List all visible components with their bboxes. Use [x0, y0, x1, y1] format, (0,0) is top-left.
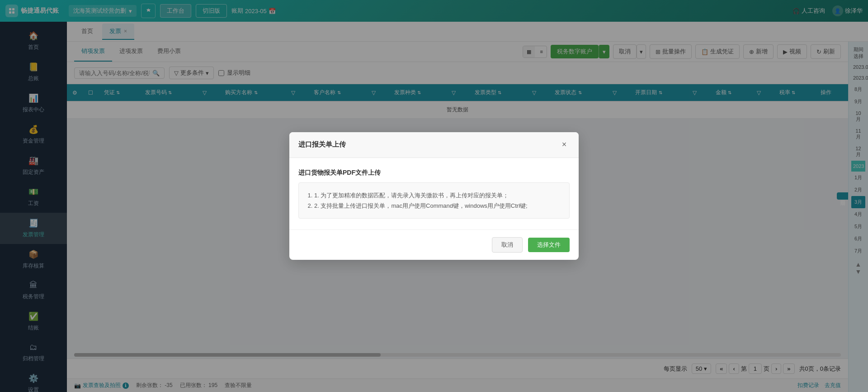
modal-title: 进口报关单上传	[298, 140, 346, 149]
modal-footer: 取消 选择文件	[289, 229, 579, 260]
modal-cancel-button[interactable]: 取消	[492, 237, 523, 253]
modal-overlay: 进口报关单上传 × 进口货物报关单PDF文件上传 1. 为了更加精准的数据匹配，…	[0, 0, 868, 392]
modal-info-box: 1. 为了更加精准的数据匹配，请先录入海关缴款书，再上传对应的报关单； 2. 支…	[298, 182, 570, 219]
modal-header: 进口报关单上传 ×	[289, 132, 579, 158]
modal-dialog: 进口报关单上传 × 进口货物报关单PDF文件上传 1. 为了更加精准的数据匹配，…	[289, 132, 579, 260]
modal-select-file-button[interactable]: 选择文件	[528, 238, 570, 252]
modal-info-item-1: 1. 为了更加精准的数据匹配，请先录入海关缴款书，再上传对应的报关单；	[314, 190, 562, 201]
modal-body: 进口货物报关单PDF文件上传 1. 为了更加精准的数据匹配，请先录入海关缴款书，…	[289, 158, 579, 230]
modal-section-title: 进口货物报关单PDF文件上传	[298, 169, 570, 177]
modal-close-button[interactable]: ×	[559, 139, 570, 150]
modal-info-item-2: 2. 支持批量上传进口报关单，mac用户使用Command键，windows用户…	[314, 201, 562, 211]
